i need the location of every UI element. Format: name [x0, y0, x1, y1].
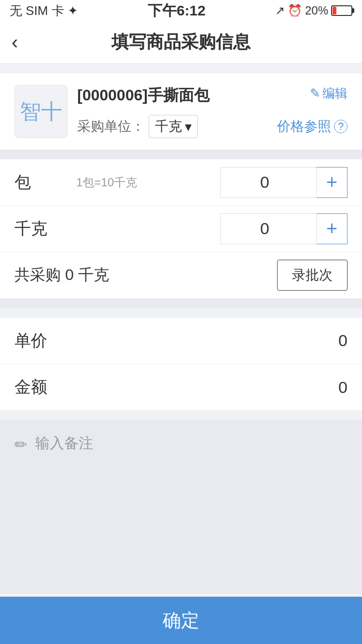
- unit-select[interactable]: 千克 ▾: [149, 115, 198, 138]
- total-row: 共采购 0 千克 录批次: [0, 252, 362, 298]
- status-right: ↗ ⏰ 20%: [275, 4, 352, 17]
- input-section: 包 1包=10千克 + 千克 +: [0, 159, 362, 252]
- bag-input-row: 包 1包=10千克 +: [0, 159, 362, 206]
- alarm-icon: ⏰: [288, 4, 302, 17]
- note-input-placeholder: 输入备注: [35, 434, 93, 453]
- location-icon: ↗: [275, 4, 285, 17]
- amount-label: 金额: [14, 376, 47, 398]
- price-ref-label: 价格参照: [277, 117, 331, 136]
- pencil-icon: ✏: [14, 435, 28, 454]
- confirm-button[interactable]: 确定: [0, 597, 362, 644]
- product-thumb-text: 智十: [20, 98, 62, 126]
- bag-quantity-input[interactable]: [220, 167, 317, 198]
- section-divider-2: [0, 298, 362, 308]
- product-info: [0000006]手撕面包 ✎ 编辑 采购单位： 千克 ▾ 价格参照 ?: [77, 85, 348, 138]
- price-ref-button[interactable]: 价格参照 ?: [277, 117, 348, 136]
- bag-plus-button[interactable]: +: [317, 167, 348, 198]
- page-title: 填写商品采购信息: [111, 30, 251, 54]
- battery-icon: [331, 5, 352, 16]
- product-name: [0000006]手撕面包: [77, 85, 209, 106]
- product-unit-row: 采购单位： 千克 ▾ 价格参照 ?: [77, 115, 348, 138]
- nav-bar: ‹ 填写商品采购信息: [0, 21, 362, 64]
- status-left: 无 SIM 卡 ✦: [10, 2, 78, 19]
- total-label: 共采购 0 千克: [14, 265, 109, 286]
- status-bar: 无 SIM 卡 ✦ 下午6:12 ↗ ⏰ 20%: [0, 0, 362, 21]
- product-name-row: [0000006]手撕面包 ✎ 编辑: [77, 85, 348, 106]
- amount-value: 0: [338, 378, 348, 397]
- unit-price-value: 0: [338, 331, 348, 350]
- edit-label: 编辑: [322, 85, 348, 102]
- edit-button[interactable]: ✎ 编辑: [310, 85, 348, 102]
- kg-label: 千克: [14, 218, 72, 240]
- kg-input-row: 千克 +: [0, 206, 362, 252]
- amount-row: 金额 0: [0, 364, 362, 410]
- unit-price-label: 单价: [14, 330, 47, 352]
- record-batch-button[interactable]: 录批次: [277, 260, 348, 291]
- kg-input-right: +: [220, 213, 348, 244]
- battery-percent: 20%: [305, 4, 328, 17]
- unit-value: 千克: [155, 117, 182, 136]
- bag-input-right: +: [220, 167, 348, 198]
- price-section: 单价 0 金额 0: [0, 318, 362, 410]
- unit-label: 采购单位：: [77, 117, 145, 136]
- chevron-down-icon: ▾: [185, 119, 192, 135]
- bag-sublabel: 1包=10千克: [76, 175, 220, 190]
- sim-label: 无 SIM 卡 ✦: [10, 2, 78, 19]
- product-thumbnail: 智十: [14, 85, 68, 138]
- help-icon: ?: [334, 120, 348, 133]
- edit-icon: ✎: [310, 86, 320, 101]
- kg-plus-button[interactable]: +: [317, 213, 348, 244]
- kg-quantity-input[interactable]: [220, 213, 317, 244]
- section-divider-1: [0, 150, 362, 159]
- note-section[interactable]: ✏ 输入备注: [0, 420, 362, 594]
- product-card: 智十 [0000006]手撕面包 ✎ 编辑 采购单位： 千克 ▾ 价格参照 ?: [0, 73, 362, 150]
- bag-label: 包: [14, 171, 72, 194]
- unit-price-row: 单价 0: [0, 318, 362, 364]
- status-time: 下午6:12: [148, 1, 206, 21]
- back-button[interactable]: ‹: [12, 31, 18, 53]
